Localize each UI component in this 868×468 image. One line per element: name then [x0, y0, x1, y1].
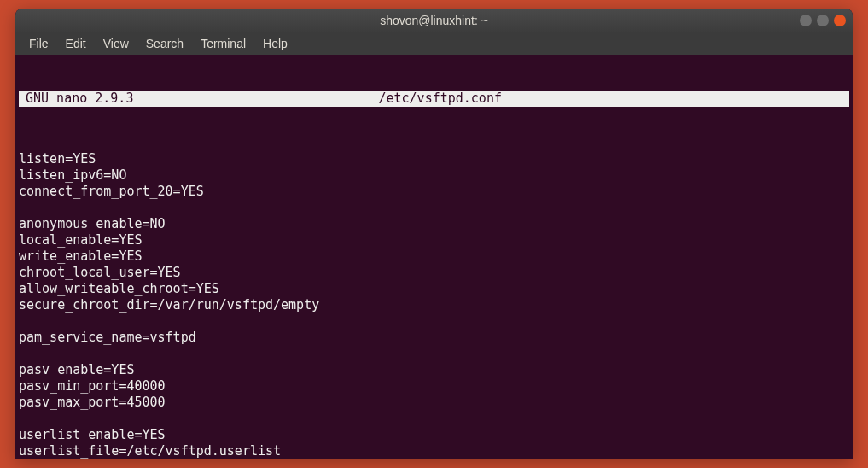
nano-file-path: /etc/vsftpd.conf: [133, 91, 747, 107]
menu-edit[interactable]: Edit: [59, 35, 93, 52]
terminal-content[interactable]: GNU nano 2.9.3 /etc/vsftpd.conf listen=Y…: [15, 55, 853, 459]
nano-header: GNU nano 2.9.3 /etc/vsftpd.conf: [19, 91, 849, 107]
menu-file[interactable]: File: [22, 35, 55, 52]
menu-terminal[interactable]: Terminal: [194, 35, 253, 52]
menu-help[interactable]: Help: [256, 35, 294, 52]
nano-version: GNU nano 2.9.3: [19, 91, 133, 107]
window-title: shovon@linuxhint: ~: [380, 14, 488, 27]
menu-bar: File Edit View Search Terminal Help: [15, 32, 853, 55]
menu-search[interactable]: Search: [139, 35, 190, 52]
close-icon[interactable]: [834, 15, 846, 26]
maximize-icon[interactable]: [817, 15, 829, 26]
file-content: listen=YES listen_ipv6=NO connect_from_p…: [19, 151, 849, 459]
window-controls: [800, 15, 846, 26]
terminal-window: shovon@linuxhint: ~ File Edit View Searc…: [15, 9, 853, 459]
menu-view[interactable]: View: [96, 35, 136, 52]
title-bar: shovon@linuxhint: ~: [15, 9, 853, 32]
minimize-icon[interactable]: [800, 15, 812, 26]
